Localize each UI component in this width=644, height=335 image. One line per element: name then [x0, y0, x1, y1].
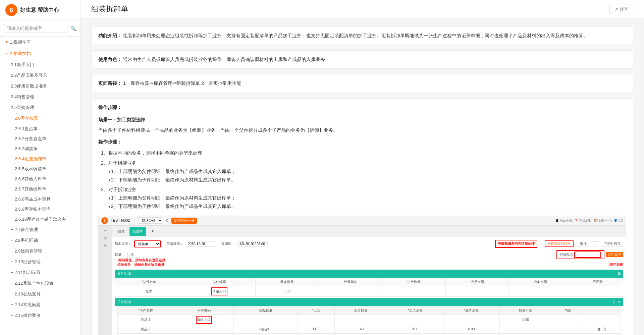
step3: 3、对于拆卸业务 — [101, 185, 626, 194]
lower-cell-ioa2: 0.00 — [387, 325, 443, 334]
upper-cell-amount — [445, 286, 509, 297]
sidebar-item-coupon[interactable]: + 2.9优惠券管理 — [0, 246, 80, 257]
mock-bom-annotation: 有装配清单的在这里处理 — [495, 240, 537, 248]
lower-col-main-qty: 主含数量 — [335, 306, 387, 315]
mock-company-select[interactable]: 默认公司 — [138, 217, 163, 224]
lower-cell-inout2: 30.00 — [298, 325, 335, 334]
mock-upper-section-header: 父件明细 ⊞ — [115, 270, 623, 278]
lower-col-avg: 均价 — [552, 306, 584, 315]
mock-tab-more[interactable]: ▼ — [148, 227, 158, 236]
annotation-bom-text: 有装配清单的在这里处理 — [498, 242, 535, 245]
mock-type-select[interactable]: 组装单 拆卸单 — [134, 240, 161, 247]
feature-label: 功能介绍： — [98, 33, 122, 38]
mock-tab-self[interactable]: 自营 — [115, 227, 128, 236]
sidebar-item-mobile[interactable]: + 2.8手机旺铺 — [0, 235, 80, 246]
lower-section-label: 子件明细 — [117, 299, 131, 305]
upper-col-available: 可用量 — [572, 278, 623, 286]
upper-col-code: 父件编码 — [183, 278, 256, 286]
lower-col-action — [584, 306, 620, 315]
sidebar-item-stocktake[interactable]: 2.6.1盘点单 — [0, 124, 80, 134]
sidebar-item-label: 2.6.2分量盘点单 — [15, 136, 46, 141]
sidebar-item-newbie[interactable]: 2.1新手入门 — [0, 59, 80, 70]
sidebar-item-faq[interactable]: + 2.14常见问题 — [0, 299, 80, 310]
approve-input[interactable] — [574, 252, 601, 258]
lower-cell-avg2 — [552, 325, 584, 334]
sidebar-item-label: 2.3使用前数据准备 — [11, 83, 47, 89]
page-title: 组装拆卸单 — [91, 4, 128, 14]
upper-cell-bom-qty: 1.00 — [256, 286, 319, 297]
upper-col-name: *父件名称 — [115, 278, 183, 286]
sidebar-item-otherin[interactable]: 2.6.6其他入库单 — [0, 174, 80, 184]
lower-col-avail: 数量可用 — [499, 306, 552, 315]
lower-table-container: *子件名称 子件编码 装配数量 *出入 主含数量 *出入金额 *成本金额 — [115, 306, 623, 335]
search-button[interactable]: 🔍 — [70, 26, 76, 31]
sidebar-item-video[interactable]: + 1.视频学习 — [0, 37, 80, 48]
mock-more-btn[interactable]: ... — [592, 241, 599, 246]
sidebar-item-label: 2.6.3调拨单 — [15, 146, 38, 151]
mock-tab-new[interactable]: 新建单 — [129, 227, 146, 236]
feature-text: 组装拆卸单用来处理企业组装或拆卸等加工业务，支持有固定装配清单的产品加工业务，也… — [123, 33, 588, 38]
lower-cell-code2 — [174, 325, 234, 334]
mock-approve-btn-top[interactable]: 审批 — [578, 241, 589, 247]
logo-icon: 6 — [5, 4, 17, 16]
sidebar-item-stockerr[interactable]: 2.6.10库存账本错了怎么办 — [0, 214, 80, 224]
lower-col-code: 子件编码 — [174, 306, 234, 315]
mock-immediate-btn[interactable]: 立即处理 — [606, 252, 623, 257]
sidebar-item-label: 2.4销售管理 — [11, 94, 34, 99]
lower-cell-bom1 — [234, 315, 298, 325]
sidebar-item-otherout[interactable]: 2.6.7其他出库单 — [0, 184, 80, 194]
sidebar-item-assembly[interactable]: 2.6.4组装拆卸单 — [0, 154, 80, 164]
upper-col-unit: 计量单位 — [319, 278, 382, 286]
upper-col-cost: 成本金额 — [509, 278, 572, 286]
sidebar-item-install[interactable]: 2.2产品安装及登录 — [0, 70, 80, 81]
mock-order-input[interactable] — [237, 241, 268, 247]
sidebar-item-label: 2.6.6其他入库单 — [15, 176, 46, 181]
sidebar-item-label: 2.9优惠券管理 — [14, 248, 42, 254]
sidebar-item-operations[interactable]: + 2.10经营管理 — [0, 257, 80, 267]
sidebar-item-stockquery[interactable]: 2.6.9库存账本查询 — [0, 204, 80, 214]
sidebar-item-sales[interactable]: 2.4销售管理 — [0, 92, 80, 102]
sidebar-item-inventory[interactable]: − 2.6库存核算 — [0, 113, 80, 124]
expand-icon: + — [11, 270, 13, 275]
sidebar-item-personalize[interactable]: + 2.12系统个性化设置 — [0, 278, 80, 289]
sidebar-item-prepare[interactable]: 2.3使用前数据准备 — [0, 81, 80, 92]
sidebar-item-label: 2.帮助文档 — [10, 51, 31, 57]
expand-icon: + — [5, 40, 8, 45]
search-input[interactable] — [4, 24, 68, 33]
lower-avail3: 0.00 — [499, 334, 552, 335]
expand-icon: + — [11, 281, 13, 286]
sidebar-item-docs[interactable]: − 2.帮助文档 — [0, 48, 80, 59]
mock-date-input[interactable] — [186, 241, 216, 247]
mock-select-bom-btn[interactable]: 选择对应材料▼ — [545, 240, 574, 247]
user-icon: 👤 CC — [613, 218, 623, 224]
mock-new-order-btn[interactable]: 新增单据一张 — [171, 218, 197, 224]
path-text: 1、库存核算->库存管理->组装拆卸单 2、首页->常用功能 — [123, 80, 241, 86]
lower-table-row: 商品 2 （组合×1） 30.00 140 0.00 0.00 — [118, 325, 621, 334]
sidebar-item-adjust[interactable]: 2.6.3调拨单 — [0, 144, 80, 154]
sidebar-item-cases[interactable]: + 2.15操作案例 — [0, 310, 80, 321]
sidebar-item-print[interactable]: + 2.11打印设置 — [0, 267, 80, 278]
sidebar-item-payment[interactable]: + 2.13在线支付 — [0, 289, 80, 299]
approve-annotation-area: 存储品尝 立即处理 — [556, 250, 623, 259]
mock-form-row2: 数量： ↑ 组装业务、拆卸业务在这里选择 — [115, 250, 623, 259]
mock-lower-table: *子件名称 子件编码 装配数量 *出入 主含数量 *出入金额 *成本金额 — [117, 306, 621, 335]
sidebar-item-costadj[interactable]: 2.6.5成本调整单 — [0, 164, 80, 174]
expand-icon: + — [11, 227, 13, 232]
expand-lower-icon: ⊞ — [612, 299, 615, 305]
sidebar-item-purchase[interactable]: 2.5采购管理 — [0, 102, 80, 113]
ops-block: 操作步骤： 场景一：加工类型选择 当由多个子件材料组装成一个成品的业务为【组装】… — [91, 98, 633, 335]
step2: 2、对于组装业务 — [101, 159, 626, 167]
lower-col-bom-qty: 装配数量 — [234, 306, 298, 315]
mock-action-btn[interactable]: 立即处理单 — [602, 241, 623, 247]
search-box: 🔍 — [0, 20, 80, 37]
help-icon: ❓ 在线帮助 — [574, 218, 592, 224]
share-label: 分享 — [620, 6, 628, 12]
sidebar-item-costrecalc[interactable]: 2.6.8商品成本重算 — [0, 194, 80, 204]
red-box-cell: 请输入×1 — [211, 287, 227, 295]
sidebar-item-splitstock[interactable]: 2.6.2分量盘点单 — [0, 134, 80, 144]
sidebar-item-capital[interactable]: + 2.7资金管理 — [0, 224, 80, 235]
sidebar-item-label: 2.6.5成本调整单 — [15, 166, 46, 171]
expand-table-icon: ⊞ — [618, 271, 621, 277]
share-button[interactable]: ↗ 分享 — [609, 4, 633, 14]
upper-col-bom-qty: 装备数量 — [256, 278, 319, 286]
